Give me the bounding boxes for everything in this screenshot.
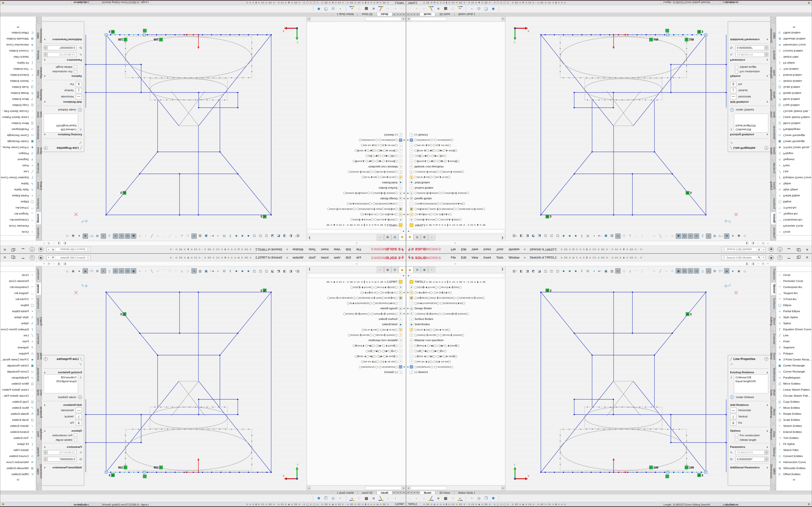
tool-3-point-arc[interactable]: ◠3 Point Arc — [0, 296, 36, 302]
tool-perimeter-circle[interactable]: ◌Perimeter Circle — [0, 278, 36, 284]
ok-check-icon[interactable]: ✓ — [42, 139, 84, 146]
option-for-construction[interactable]: For construction — [42, 433, 84, 438]
sketch-point[interactable] — [239, 471, 240, 473]
sketch-point[interactable] — [154, 406, 155, 407]
view-cube-left-icon[interactable]: ◩ — [276, 233, 281, 239]
tab--[interactable]: ⁞ — [36, 20, 42, 23]
sketch-point[interactable] — [213, 429, 214, 430]
angle-spinner[interactable]: ▲▼ — [44, 457, 47, 462]
view-solid-2-icon[interactable]: ■ — [240, 268, 245, 274]
sketch-point[interactable] — [125, 435, 126, 436]
tab-sketch[interactable]: Sketch — [36, 282, 42, 295]
tab-features[interactable]: Features — [36, 267, 42, 282]
sketch-point[interactable] — [678, 34, 679, 35]
tree-horizontal-scrollbar[interactable]: ◀ ▶ — [406, 17, 505, 22]
view-cube-iso-icon[interactable]: ◳ — [555, 233, 560, 239]
sketch-point[interactable] — [248, 77, 249, 78]
sketch-point[interactable] — [638, 429, 639, 430]
sketch-point[interactable] — [224, 100, 225, 101]
surface-ghost-icon[interactable]: ◗ — [392, 495, 399, 501]
save-view-icon[interactable]: ▣ — [603, 233, 609, 239]
normal-to-icon[interactable]: ↧ — [227, 233, 233, 239]
sketch-point[interactable] — [540, 291, 541, 293]
sketch-point[interactable] — [184, 406, 185, 407]
featuremanager-tab[interactable]: ◆ — [399, 234, 406, 240]
search-input[interactable] — [726, 256, 755, 259]
annotation-table-icon[interactable]: ▦ — [363, 6, 369, 12]
relation-badge[interactable]: ⊠3 — [120, 313, 126, 316]
tree-row[interactable]: ▶A◯25ИN◎◦╋Α╋◎ИNΑ◯◦◯ΑИN◎╋Α╋◦◎NИ25◯ — [307, 311, 405, 316]
sketch-point[interactable] — [610, 100, 611, 101]
tool-stretch-entities[interactable]: ⌐Stretch Entities — [0, 423, 36, 429]
cube-render-icon[interactable]: ◇ — [64, 268, 70, 274]
sketch-point[interactable] — [586, 429, 587, 430]
sketch-point[interactable] — [262, 472, 263, 473]
add-relation-fix[interactable]: ⚓Fix — [42, 81, 84, 88]
sketch-point[interactable] — [237, 77, 238, 78]
sketch-point[interactable] — [170, 472, 171, 473]
sketch-point[interactable] — [166, 406, 167, 407]
sketch-point[interactable] — [212, 406, 213, 407]
sketch-point[interactable] — [725, 92, 727, 93]
tool-scale-entities[interactable]: ◲Scale Entities — [0, 417, 36, 423]
sketch-point[interactable] — [554, 34, 555, 35]
tool-spline[interactable]: ∿Spline — [0, 181, 36, 187]
propertymanager-tab[interactable]: ⚙︎ — [413, 267, 421, 273]
options-header[interactable]: Options∧ — [42, 74, 84, 79]
sketch-point[interactable] — [563, 471, 564, 473]
sketch-point[interactable] — [188, 472, 189, 473]
sketch-point[interactable] — [670, 414, 671, 415]
surface-ghost-icon[interactable]: ◗ — [413, 495, 420, 501]
sketch-point[interactable] — [196, 77, 197, 78]
sketch-point[interactable] — [569, 77, 570, 78]
sketch-point[interactable] — [198, 414, 199, 415]
relation-badge[interactable]: ⊠3 — [698, 30, 703, 34]
half-section-icon[interactable]: ◑ — [591, 268, 597, 274]
sketch-point[interactable] — [196, 429, 197, 430]
sketch-point[interactable] — [125, 71, 126, 72]
tab-mold-tools[interactable]: Mold Tools — [771, 107, 776, 123]
view-solid-3-icon[interactable]: ■ — [573, 268, 578, 274]
parameters-header[interactable]: Parameters∧ — [42, 58, 84, 63]
view-cube-front-icon[interactable]: ◧ — [519, 268, 524, 274]
search-dropdown-icon[interactable]: ▼ — [761, 256, 765, 259]
zebra-stripes-icon[interactable]: ▨ — [197, 268, 203, 274]
search-icon[interactable]: 🔍︎ — [756, 256, 761, 259]
line-ghost-icon[interactable]: ╱ — [640, 233, 645, 239]
confirm-sketch-icon[interactable]: ↩ — [81, 217, 88, 226]
vertical-relation-icon[interactable]: | — [730, 414, 737, 419]
normal-to-icon[interactable]: ↧ — [579, 268, 585, 274]
length-field[interactable]: 10.88152731 — [47, 450, 77, 455]
restore-button[interactable] — [794, 255, 802, 260]
tree-row[interactable]: ▶◦◯253ƎИNΑΝ:◯◦◯:ΝΑИNƎ352◯ — [307, 137, 405, 143]
sketch-point[interactable] — [142, 472, 143, 473]
tool-move-entities[interactable]: ↗Move Entities — [0, 405, 36, 411]
units-dropdown[interactable]: Custom▲ — [73, 0, 88, 5]
sketch-point[interactable] — [540, 471, 541, 473]
sketch-point[interactable] — [125, 452, 126, 453]
menu-insert[interactable]: Insert — [318, 255, 331, 260]
view-solid-1-icon[interactable]: ■ — [246, 268, 251, 274]
tree-row[interactable]: ▱◯◎╋◯*◉[◯◦◯]◉*◯╋◎◯ — [407, 348, 505, 353]
view-cube-left-icon[interactable]: ◩ — [531, 268, 536, 274]
tab-data-migration[interactable]: Data Migration — [36, 424, 42, 445]
sketch-point[interactable] — [650, 429, 651, 430]
tool-center-rectangle[interactable]: ▣Center Rectangle — [0, 362, 36, 369]
menu-insert[interactable]: Insert — [481, 255, 494, 260]
relations-listbox[interactable]: Collinear108Equal length109 — [734, 114, 768, 132]
tab--[interactable]: ⁞ — [36, 17, 42, 19]
tool-ellipse[interactable]: ◯Ellipse — [0, 199, 36, 205]
graphics-area[interactable]: Y X ⊠3⊠3≡109≡109∕⊠3 ▤▼◧◨◩◪◫◰◳■■■↧⊟◑●▼▣▨↩… — [505, 266, 770, 491]
verify-folder-icon[interactable]: ❒ — [323, 6, 329, 12]
tab-surfaces[interactable]: Surfaces — [771, 196, 776, 211]
sketch-point[interactable] — [644, 77, 645, 78]
datum-rainbow-icon[interactable]: ⌐ — [457, 6, 463, 12]
configurationmanager-tab[interactable]: ⊕ — [384, 234, 391, 240]
sketch-point[interactable] — [208, 77, 209, 78]
tool-line[interactable]: ╱Line — [0, 169, 36, 175]
shaded-view-icon[interactable]: ◈ — [724, 233, 729, 239]
doc-next-icon[interactable]: ◨ — [58, 262, 60, 265]
tree-row[interactable]: ⌖◯ИN◦9e◦♟◎◯◦◯◎♟◦e9◦NИ◯ — [307, 143, 405, 148]
sketch-point[interactable] — [251, 48, 252, 49]
sketch-point[interactable] — [270, 214, 272, 215]
